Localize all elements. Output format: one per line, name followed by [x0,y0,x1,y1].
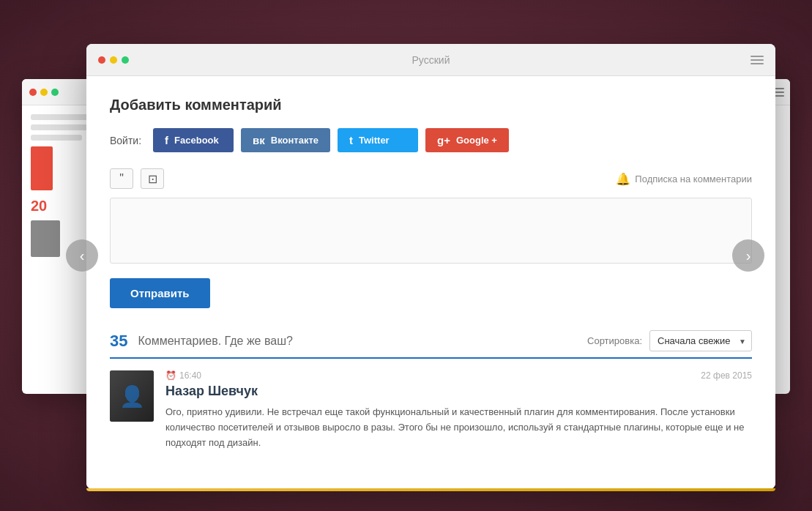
twitter-login-button[interactable]: t Twitter [338,128,418,152]
content-area: Добавить комментарий Войти: f Facebook в… [86,76,775,489]
nav-right-button[interactable]: › [732,239,764,272]
google-icon: g+ [437,134,450,146]
comments-header: 35 Комментариев. Где же ваш? Сортировка:… [110,330,752,359]
vk-label: Вконтакте [271,135,319,146]
sort-row: Сортировка: Сначала свежие ▼ [587,330,752,351]
facebook-icon: f [165,134,168,146]
title-bar-dots [98,56,129,64]
bell-icon: 🔔 [616,172,630,186]
quote-icon: " [119,172,124,185]
menu-line-2 [750,59,764,61]
comment-author: Назар Шевчук [165,384,752,399]
twitter-label: Twitter [359,135,390,146]
google-login-button[interactable]: g+ Google + [425,128,509,152]
login-row: Войти: f Facebook вк Вконтакте t Twitter… [110,128,752,152]
section-title: Добавить комментарий [110,97,752,113]
titlebar-dot-green [122,56,129,64]
comment-time: ⏰ 16:40 [165,370,201,381]
sort-select[interactable]: Сначала свежие [649,330,752,351]
quote-button[interactable]: " [110,168,133,189]
comment-date: 22 фев 2015 [701,370,752,381]
toolbar-row: " ⊡ 🔔 Подписка на комментарии [110,168,752,189]
twitter-icon: t [349,134,353,146]
sort-wrapper: Сначала свежие ▼ [649,330,752,351]
title-bar: Русский [86,44,775,76]
google-label: Google + [456,135,497,146]
comment-body: ⏰ 16:40 22 фев 2015 Назар Шевчук Ого, пр… [165,370,752,450]
bg-red-block [31,146,53,190]
titlebar-dot-red [98,56,105,64]
comment-meta: ⏰ 16:40 22 фев 2015 [165,370,752,381]
bg-text-3 [31,135,82,141]
dot-red-bg [29,89,37,96]
bg-avatar [31,220,60,257]
sort-label: Сортировка: [587,335,642,346]
comment-avatar [110,370,154,422]
submit-button[interactable]: Отправить [110,278,210,308]
subscribe-label: Подписка на комментарии [635,174,752,184]
comment-item: ⏰ 16:40 22 фев 2015 Назар Шевчук Ого, пр… [110,370,752,450]
comment-textarea[interactable] [110,198,752,264]
comments-count: 35 [110,332,127,351]
vk-login-button[interactable]: вк Вконтакте [241,128,330,152]
gold-bar [86,488,775,491]
dot-yellow-bg [40,89,48,96]
image-icon: ⊡ [148,172,157,186]
facebook-login-button[interactable]: f Facebook [153,128,234,152]
clock-icon: ⏰ [165,370,176,381]
main-window: Русский Добавить комментарий Войти: f Fa… [86,44,775,489]
subscribe-link[interactable]: 🔔 Подписка на комментарии [616,172,752,186]
vk-icon: вк [253,134,265,146]
title-bar-menu-icon [750,56,764,64]
titlebar-dot-yellow [110,56,117,64]
window-title: Русский [412,54,450,66]
comment-text: Ого, приятно удивили. Не встречал еще та… [165,405,752,450]
avatar-image [110,370,154,422]
comment-time-value: 16:40 [179,370,201,381]
menu-line-3 [750,63,764,64]
bg-text-1 [31,114,90,120]
dot-green-bg [51,89,59,96]
facebook-label: Facebook [174,135,219,146]
comments-label: Комментариев. Где же ваш? [138,335,292,348]
nav-left-button[interactable]: ‹ [66,239,98,272]
image-button[interactable]: ⊡ [141,168,164,189]
menu-line-1 [750,56,764,57]
login-label: Войти: [110,135,141,146]
